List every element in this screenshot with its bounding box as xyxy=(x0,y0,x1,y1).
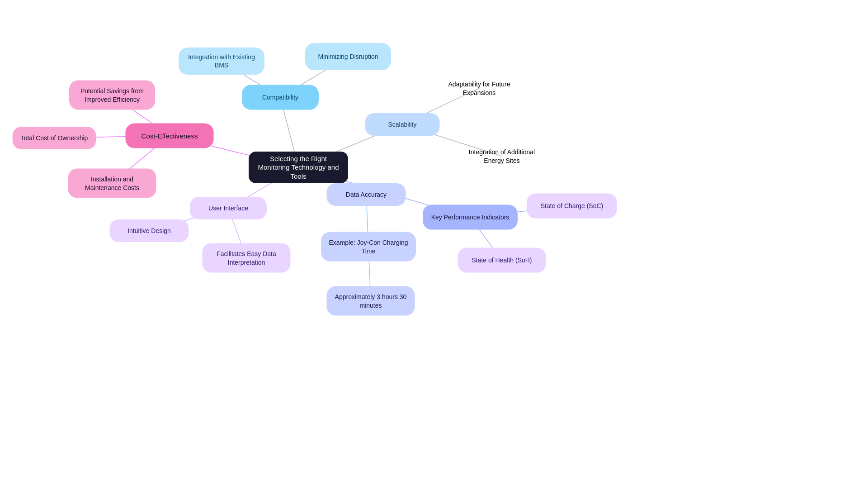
scalability-node: Scalability xyxy=(365,113,440,136)
data-accuracy-node: Data Accuracy xyxy=(327,183,406,206)
total-cost-node: Total Cost of Ownership xyxy=(13,127,96,149)
installation-costs-node: Installation and Maintenance Costs xyxy=(68,169,156,198)
connections-svg xyxy=(0,0,868,490)
user-interface-node: User Interface xyxy=(190,197,267,219)
facilitates-data-node: Facilitates Easy Data Interpretation xyxy=(203,243,291,273)
kpi-node: Key Performance Indicators xyxy=(423,205,518,230)
soc-node: State of Charge (SoC) xyxy=(527,194,617,219)
center-node: Selecting the Right Monitoring Technolog… xyxy=(249,152,348,183)
intuitive-design-node: Intuitive Design xyxy=(110,219,189,242)
adaptability-node: Adaptability for Future Expansions xyxy=(435,74,524,103)
integration-sites-node: Integration of Additional Energy Sites xyxy=(458,142,546,171)
compatibility-node: Compatibility xyxy=(242,85,319,110)
minimizing-disruption-node: Minimizing Disruption xyxy=(305,43,391,70)
cost-effectiveness-node: Cost-Effectiveness xyxy=(126,124,214,148)
potential-savings-node: Potential Savings from Improved Efficien… xyxy=(69,81,155,110)
integration-bms-node: Integration with Existing BMS xyxy=(179,48,264,75)
joy-con-node: Example: Joy-Con Charging Time xyxy=(321,232,416,262)
soh-node: State of Health (SoH) xyxy=(458,248,546,273)
approximately-node: Approximately 3 hours 30 minutes xyxy=(327,286,415,316)
mindmap-container: Selecting the Right Monitoring Technolog… xyxy=(0,0,868,490)
